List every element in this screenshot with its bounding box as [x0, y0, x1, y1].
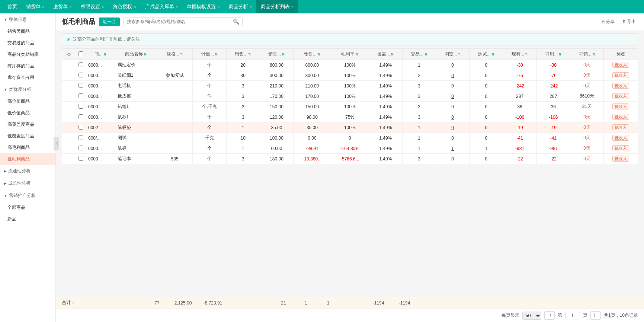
sidebar-item-new-goods[interactable]: 新品	[0, 213, 55, 225]
row-checkbox[interactable]	[76, 60, 86, 70]
row-name[interactable]: 测试	[115, 133, 157, 143]
sidebar-item-high-value[interactable]: 高价值商品	[0, 96, 55, 107]
col-checkbox[interactable]	[76, 49, 86, 60]
row-name[interactable]: 鼠标	[115, 143, 157, 154]
col-coverage: 覆盖...⇅	[369, 49, 402, 60]
row-checkbox[interactable]	[76, 70, 86, 81]
row-browse1[interactable]: 0	[436, 70, 470, 81]
row-name[interactable]: 橡皮擦	[115, 91, 157, 102]
sidebar-group-growth[interactable]: ▶ 成长性分析	[0, 177, 55, 189]
nav-template-setting[interactable]: 单据模板设置 ×	[182, 0, 224, 13]
row-tag: 低收入	[604, 133, 638, 143]
row-name[interactable]: 电话机	[115, 81, 157, 91]
table-row: 000/... 测试 千克 10 100.00 0.00 0 1.49% 1 0…	[62, 133, 638, 143]
close-sales-order-icon[interactable]: ×	[42, 4, 44, 9]
row-available-qty: -22	[536, 154, 570, 164]
close-template-setting-icon[interactable]: ×	[217, 4, 220, 9]
sidebar-item-sales-goods[interactable]: 销售类商品	[0, 26, 55, 37]
export-button[interactable]: ⬆ 导出	[620, 17, 638, 26]
row-name[interactable]: 铅笔1	[115, 102, 157, 112]
row-browse1[interactable]: 0	[436, 91, 470, 102]
next-page-button[interactable]: 〉	[590, 311, 601, 320]
row-browse1[interactable]: 0	[436, 154, 470, 164]
sidebar-item-low-value[interactable]: 低价值商品	[0, 107, 55, 119]
row-sales-qty: 3	[226, 81, 260, 91]
row-checkbox[interactable]	[76, 143, 86, 154]
row-browse1[interactable]: 0	[436, 112, 470, 122]
sidebar-group-marketing[interactable]: ▼ 营销推广分析	[0, 189, 55, 202]
row-name[interactable]: 鼠标垫	[115, 122, 157, 133]
nav-product-analysis[interactable]: 商品分析 ×	[224, 0, 256, 13]
sidebar-item-low-margin[interactable]: 低毛利商品	[0, 153, 55, 165]
row-browse1[interactable]: 0	[436, 133, 470, 143]
row-browse1[interactable]: 0	[436, 122, 470, 133]
col-code: 商...⇅	[86, 49, 115, 60]
col-sales-price: 销售...⇅	[260, 49, 293, 60]
row-checkbox[interactable]	[76, 122, 86, 133]
row-transaction: 3	[402, 154, 436, 164]
row-current-qty: -981	[503, 143, 536, 154]
nav-sales-order[interactable]: 销货单 ×	[22, 0, 49, 13]
row-sales-amount: 90.00	[294, 112, 331, 122]
nav-role-auth[interactable]: 角色授权 ×	[108, 0, 140, 13]
row-browse1[interactable]: 0	[436, 81, 470, 91]
row-tag: 低收入	[604, 102, 638, 112]
close-role-auth-icon[interactable]: ×	[134, 4, 136, 9]
prev-page-button[interactable]: 〈	[544, 311, 555, 320]
row-checkbox[interactable]	[76, 81, 86, 91]
row-checkbox[interactable]	[76, 102, 86, 112]
table-row: 0000... 鼠标1 个 3 120.00 90.00 75% 1.49% 3…	[62, 112, 638, 122]
row-browse1[interactable]: 1	[436, 143, 470, 154]
sidebar-item-low-coverage[interactable]: 低覆盖度商品	[0, 130, 55, 142]
search-icon[interactable]: 🔍	[233, 19, 239, 25]
row-checkbox[interactable]	[76, 112, 86, 122]
row-tag: 低收入	[604, 91, 638, 102]
sidebar-group-cluster[interactable]: ▼ 类群度分析	[0, 83, 55, 96]
col-name: 商品名称⇅	[115, 49, 157, 60]
sidebar-group-overall[interactable]: ▼ 整体信息	[0, 13, 55, 26]
row-browse1[interactable]: 0	[436, 102, 470, 112]
row-name[interactable]: 鼠标1	[115, 112, 157, 122]
row-checkbox[interactable]	[76, 154, 86, 164]
sidebar-group-flow[interactable]: ▶ 流通性分析	[0, 165, 55, 177]
sidebar-item-traded-goods[interactable]: 交易过的商品	[0, 37, 55, 49]
sidebar-item-category-rate[interactable]: 商品分类助销率	[0, 49, 55, 60]
row-browse1[interactable]: 0	[436, 60, 470, 70]
row-coverage: 1.49%	[369, 60, 402, 70]
page-size-label: 每页显示	[502, 312, 519, 319]
table-footer: 合计： 77 2,125.00 -8,723.91 21 1 1 -1194 -…	[56, 297, 644, 309]
row-name[interactable]: 笔记本	[115, 154, 157, 164]
sidebar-item-all-goods[interactable]: 全部商品	[0, 202, 55, 213]
select-all-checkbox[interactable]	[79, 51, 83, 56]
close-product-inbound-icon[interactable]: ×	[176, 4, 178, 9]
row-sales-price: 300.00	[260, 70, 293, 81]
close-product-analysis-list-icon[interactable]: ×	[291, 4, 294, 9]
nav-product-inbound[interactable]: 产成品入库单 ×	[141, 0, 182, 13]
nav-permission-setting[interactable]: 权限设置 ×	[76, 0, 108, 13]
close-permission-setting-icon[interactable]: ×	[102, 4, 104, 9]
page-number-input[interactable]	[565, 312, 580, 319]
row-unit: 个	[193, 154, 226, 164]
share-button[interactable]: ⎘ 分享	[600, 17, 617, 26]
time-filter-button[interactable]: 近一月	[99, 17, 120, 26]
sidebar-item-stock-funds[interactable]: 库存资金占用	[0, 72, 55, 83]
row-checkbox[interactable]	[76, 91, 86, 102]
row-current-qty: -106	[503, 112, 536, 122]
row-name[interactable]: 属性定价	[115, 60, 157, 70]
col-settings[interactable]: ⚙	[62, 49, 76, 60]
search-input[interactable]	[127, 19, 231, 24]
nav-product-analysis-list[interactable]: 商品分析列表 ×	[256, 0, 298, 13]
sidebar-item-high-margin[interactable]: 高毛利商品	[0, 142, 55, 153]
row-name[interactable]: 吴细细1	[115, 70, 157, 81]
nav-purchase-order[interactable]: 进货单 ×	[49, 0, 76, 13]
pagination-bar: 每页显示 50 100 200 〈 第 页 〉 共1页，10条记录	[56, 309, 644, 322]
table-container: ⚙ 商...⇅ 商品名称⇅ 规格...⇅ 计量...⇅ 销售...⇅ 销售...…	[56, 48, 644, 297]
close-purchase-order-icon[interactable]: ×	[69, 4, 71, 9]
sidebar-item-stock-goods[interactable]: 有库存的商品	[0, 60, 55, 72]
nav-home[interactable]: 首页	[3, 0, 22, 13]
sidebar-item-high-coverage[interactable]: 高覆盖度商品	[0, 119, 55, 130]
page-size-select[interactable]: 50 100 200	[522, 312, 541, 320]
close-product-analysis-icon[interactable]: ×	[250, 4, 252, 9]
sidebar-collapse-button[interactable]: 《	[54, 137, 59, 150]
row-checkbox[interactable]	[76, 133, 86, 143]
